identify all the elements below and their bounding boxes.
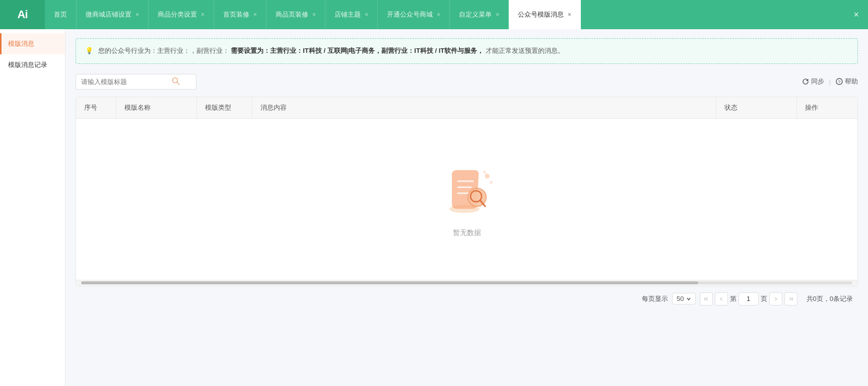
table-header: 序号 模版名称 模版类型 消息内容 状态 操作 bbox=[76, 97, 857, 119]
tab-home-decor[interactable]: 首页装修 × bbox=[214, 0, 266, 29]
search-button[interactable] bbox=[172, 77, 180, 87]
svg-point-11 bbox=[485, 174, 490, 179]
last-page-button[interactable] bbox=[784, 292, 797, 305]
pagination-controls: 第 页 bbox=[700, 292, 797, 305]
tab-wsc-close[interactable]: × bbox=[136, 12, 139, 18]
tab-custom-menu-label: 自定义菜单 bbox=[459, 10, 492, 19]
tab-custom-menu-close[interactable]: × bbox=[496, 12, 499, 18]
chevron-down-icon bbox=[686, 296, 691, 301]
close-all-button[interactable]: × bbox=[844, 10, 868, 20]
search-bar: 同步 | ? 帮助 bbox=[76, 74, 858, 90]
help-icon: ? bbox=[836, 78, 843, 85]
page-size-label: 每页显示 bbox=[642, 294, 668, 303]
tab-wsc-settings[interactable]: 微商城店铺设置 × bbox=[77, 0, 149, 29]
svg-line-1 bbox=[177, 82, 180, 85]
empty-illustration bbox=[437, 161, 497, 221]
tab-template-msg-close[interactable]: × bbox=[568, 12, 571, 18]
tab-category[interactable]: 商品分类设置 × bbox=[149, 0, 214, 29]
tab-home[interactable]: 首页 bbox=[45, 0, 77, 29]
th-action: 操作 bbox=[797, 97, 857, 118]
last-page-icon bbox=[788, 296, 793, 301]
empty-text: 暂无数据 bbox=[453, 228, 481, 238]
app-logo: Ai bbox=[0, 0, 45, 29]
tab-home-decor-close[interactable]: × bbox=[253, 12, 257, 18]
sidebar: 模版消息 模版消息记录 bbox=[0, 29, 65, 386]
notice-prefix: 您的公众号行业为：主营行业：，副营行业： bbox=[98, 47, 229, 54]
prev-page-button[interactable] bbox=[715, 292, 728, 305]
sync-label: 同步 bbox=[811, 77, 824, 86]
sidebar-item-template[interactable]: 模版消息 bbox=[0, 33, 65, 54]
page-number-input[interactable] bbox=[739, 292, 759, 305]
tab-template-msg-label: 公众号模版消息 bbox=[518, 10, 564, 19]
svg-point-13 bbox=[483, 171, 486, 174]
search-icon bbox=[172, 77, 180, 85]
content-area: 💡 您的公众号行业为：主营行业：，副营行业： 需要设置为：主营行业：IT科技 /… bbox=[65, 29, 868, 386]
lightbulb-icon: 💡 bbox=[85, 47, 93, 54]
pagination-bar: 每页显示 50 bbox=[76, 286, 858, 305]
svg-point-12 bbox=[490, 181, 493, 184]
tab-category-label: 商品分类设置 bbox=[158, 10, 197, 19]
tab-store-theme[interactable]: 店铺主题 × bbox=[325, 0, 378, 29]
tab-open-mall[interactable]: 开通公众号商城 × bbox=[378, 0, 450, 29]
sync-icon bbox=[802, 78, 809, 85]
tab-home-label: 首页 bbox=[54, 10, 67, 19]
tab-product-decor-label: 商品页装修 bbox=[276, 10, 308, 19]
sync-button[interactable]: 同步 bbox=[802, 77, 824, 86]
tab-open-mall-label: 开通公众号商城 bbox=[387, 10, 433, 19]
th-content: 消息内容 bbox=[252, 97, 716, 118]
page-size-select[interactable]: 50 bbox=[672, 293, 695, 304]
tab-template-msg[interactable]: 公众号模版消息 × bbox=[509, 0, 581, 29]
svg-text:?: ? bbox=[838, 80, 841, 85]
search-input-wrap[interactable] bbox=[76, 74, 196, 90]
tab-custom-menu[interactable]: 自定义菜单 × bbox=[450, 0, 509, 29]
scroll-bar-thumb[interactable] bbox=[81, 281, 698, 284]
main-layout: 模版消息 模版消息记录 💡 您的公众号行业为：主营行业：，副营行业： 需要设置为… bbox=[0, 29, 868, 386]
notice-box: 💡 您的公众号行业为：主营行业：，副营行业： 需要设置为：主营行业：IT科技 /… bbox=[76, 38, 858, 64]
search-actions: 同步 | ? 帮助 bbox=[802, 77, 858, 86]
tab-category-close[interactable]: × bbox=[201, 12, 205, 18]
data-table: 序号 模版名称 模版类型 消息内容 状态 操作 bbox=[76, 97, 858, 286]
tab-product-decor[interactable]: 商品页装修 × bbox=[266, 0, 325, 29]
help-label: 帮助 bbox=[845, 77, 858, 86]
help-button[interactable]: ? 帮助 bbox=[836, 77, 858, 86]
page-suffix: 页 bbox=[761, 294, 767, 303]
th-name: 模版名称 bbox=[116, 97, 197, 118]
table-body-empty: 暂无数据 bbox=[76, 119, 857, 280]
page-input-group: 第 页 bbox=[730, 292, 767, 305]
scroll-bar-track[interactable] bbox=[81, 281, 852, 284]
th-status: 状态 bbox=[716, 97, 797, 118]
prev-page-icon bbox=[719, 296, 723, 301]
sidebar-item-template-label: 模版消息 bbox=[8, 40, 34, 47]
tab-bar: Ai 首页 微商城店铺设置 × 商品分类设置 × 首页装修 × 商品页装修 × … bbox=[0, 0, 868, 29]
sidebar-item-template-record[interactable]: 模版消息记录 bbox=[0, 54, 65, 75]
th-index: 序号 bbox=[76, 97, 116, 118]
tab-wsc-label: 微商城店铺设置 bbox=[86, 10, 131, 19]
scroll-bar-area[interactable] bbox=[76, 280, 857, 286]
th-type: 模版类型 bbox=[197, 97, 252, 118]
tab-product-decor-close[interactable]: × bbox=[312, 12, 316, 18]
tab-home-decor-label: 首页装修 bbox=[223, 10, 249, 19]
search-input[interactable] bbox=[81, 78, 172, 86]
tab-store-theme-close[interactable]: × bbox=[365, 12, 368, 18]
notice-suffix: 才能正常发送预置的消息。 bbox=[486, 47, 564, 54]
tab-store-theme-label: 店铺主题 bbox=[335, 10, 361, 19]
next-page-icon bbox=[774, 296, 778, 301]
next-page-button[interactable] bbox=[769, 292, 782, 305]
page-size-value: 50 bbox=[677, 295, 684, 302]
sidebar-item-template-record-label: 模版消息记录 bbox=[8, 61, 47, 68]
notice-highlight: 需要设置为：主营行业：IT科技 / 互联网|电子商务，副营行业：IT科技 / I… bbox=[231, 47, 484, 54]
page-word: 第 bbox=[730, 294, 737, 303]
total-info: 共0页，0条记录 bbox=[807, 294, 853, 303]
divider-vertical: | bbox=[829, 78, 831, 86]
tab-open-mall-close[interactable]: × bbox=[437, 12, 440, 18]
first-page-icon bbox=[704, 296, 709, 301]
first-page-button[interactable] bbox=[700, 292, 713, 305]
